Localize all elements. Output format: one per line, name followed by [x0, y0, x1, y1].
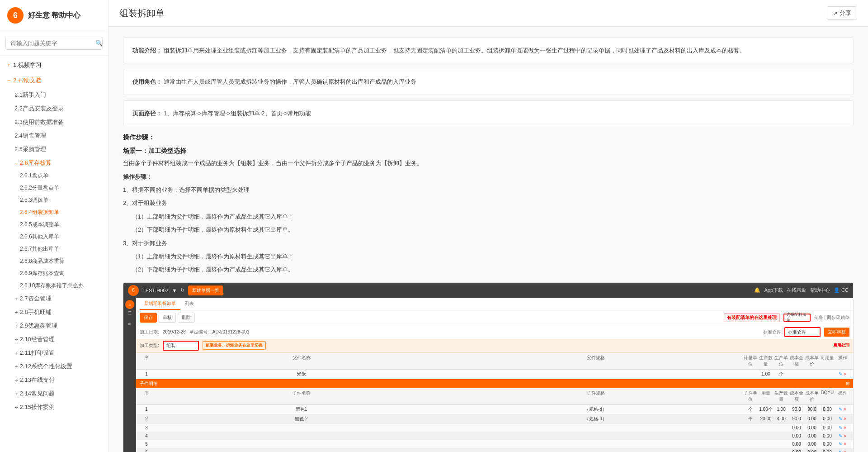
mock-home-icon: ⌂	[125, 300, 134, 309]
mock-tabs: 新增组装拆卸单 列表	[136, 298, 853, 310]
step3-2: （2）下部明细为子件明细，最终作为产成品生成其它入库单。	[123, 264, 854, 275]
mock-del-l3[interactable]: ✕	[843, 425, 847, 430]
mock-lth-unit: 子件单位	[744, 390, 757, 403]
mock-edit-l3[interactable]: ✎	[839, 425, 842, 430]
mock-del-l1[interactable]: ✕	[843, 407, 847, 412]
sidebar-item-2-3[interactable]: 2.3使用前数据准备	[0, 115, 108, 129]
sidebar-item-2-6-3[interactable]: 2.6.3调拨单	[0, 194, 108, 206]
share-button[interactable]: ↗ 分享	[827, 6, 857, 20]
mock-type-input[interactable]: 组装	[163, 341, 199, 351]
mock-edit-l4[interactable]: ✎	[839, 433, 842, 438]
sidebar-item-2-8[interactable]: + 2.8手机旺铺	[0, 305, 108, 319]
sidebar-item-video[interactable]: + 1.视频学习	[0, 57, 108, 73]
search-input[interactable]	[6, 37, 91, 49]
sidebar-item-2-11[interactable]: + 2.11打印设置	[0, 346, 108, 360]
sidebar-item-2-7[interactable]: + 2.7资金管理	[0, 292, 108, 305]
mock-th-pname: 父件名称	[155, 355, 448, 367]
mock-confirm-btn[interactable]: 立即审核	[824, 328, 849, 337]
mock-lower-row-2: 2 黑色 2 （规格-d） 个 20.00 4.00 90.0 0.00 0.0…	[136, 414, 853, 424]
plus-icon-2-8: +	[14, 309, 18, 316]
sidebar-item-2-6-5[interactable]: 2.6.5成本调整单	[0, 219, 108, 231]
mock-lower-row-4: 4 0.00 0.00 0.00 ✎	[136, 432, 853, 440]
sidebar-item-2-6-8[interactable]: 2.6.8商品成本重算	[0, 255, 108, 267]
mock-bell-icon: 🔔	[754, 287, 760, 293]
sidebar-item-2-6-9[interactable]: 2.6.9库存账本查询	[0, 267, 108, 280]
search-button[interactable]: 🔍	[91, 37, 103, 49]
role-block: 使用角色： 通常由生产人员或库管人员完成拆装业务的操作，库管人员确认原材料的出库…	[123, 69, 854, 95]
mock-orange-bar: 子件明细 ⊞	[136, 379, 853, 388]
mock-annotation-type: 组装业务、拆卸业务在这里切换	[203, 341, 266, 350]
mock-lth-costunit: 成本单价	[805, 390, 819, 403]
mock-tab-list[interactable]: 列表	[180, 298, 198, 310]
mock-td-qty-1: 1.00	[759, 371, 773, 376]
mock-edit-l2[interactable]: ✎	[839, 416, 842, 421]
mock-td-actions-1: ✎ ✕	[836, 371, 849, 376]
sidebar-item-2-10[interactable]: + 2.10经营管理	[0, 333, 108, 346]
sidebar-item-2-6[interactable]: − 2.6库存核算	[0, 156, 108, 170]
mock-th-seq: 序	[140, 355, 153, 367]
mock-new-doc-btn[interactable]: 新建单据一览	[188, 285, 223, 295]
sidebar-item-2-4[interactable]: 2.4销售管理	[0, 129, 108, 143]
mock-lower-row-5: 5 0.00 0.00 0.00 ✎	[136, 440, 853, 448]
mock-del-l4[interactable]: ✕	[843, 433, 847, 438]
mock-th-cost: 成本金额	[790, 355, 803, 367]
mock-tab-new[interactable]: 新增组装拆卸单	[140, 298, 180, 310]
sidebar-item-docs[interactable]: − 2.帮助文档	[0, 73, 108, 88]
mock-action-btns: 储备 | 同步采购单	[814, 314, 849, 321]
sidebar-item-2-1[interactable]: 2.1新手入门	[0, 88, 108, 102]
sidebar-item-2-6-10[interactable]: 2.6.10库存账本错了怎么办	[0, 280, 108, 292]
plus-icon-2-15: +	[14, 404, 18, 411]
sidebar-item-2-6-7[interactable]: 2.6.7其他出库单	[0, 243, 108, 255]
logo-text: 好生意 帮助中心	[28, 11, 80, 20]
plus-icon-2-9: +	[14, 323, 18, 329]
sidebar-item-2-12[interactable]: + 2.12系统个性化设置	[0, 360, 108, 373]
mock-table-header-bottom: 序 子件名称 子件规格 子件单位 用量 生产数量 成本金额 成本单价 BQYU …	[136, 388, 853, 405]
mock-delete-icon-1[interactable]: ✕	[843, 371, 847, 376]
mock-lth-seq: 序	[140, 390, 153, 403]
mock-th-punit: 生产单位	[774, 355, 788, 367]
sidebar-item-2-6-4[interactable]: 2.6.4组装拆卸单	[0, 206, 108, 219]
intro-label: 功能介绍：	[132, 47, 162, 54]
mock-wh-input[interactable]: 标准仓库	[784, 327, 821, 337]
sidebar-item-2-6-2[interactable]: 2.6.2分量盘点单	[0, 182, 108, 194]
mock-refresh-icon: ↻	[180, 287, 184, 293]
mock-del-l5[interactable]: ✕	[843, 442, 847, 447]
sidebar-item-2-13[interactable]: + 2.13在线支付	[0, 373, 108, 387]
sidebar-item-2-14[interactable]: + 2.14常见问题	[0, 387, 108, 400]
mock-annotation-enabled: 启用处理	[833, 343, 849, 348]
mock-bom-btn[interactable]: 选择配料清单	[783, 314, 811, 322]
sidebar-item-2-6-1[interactable]: 2.6.1盘点单	[0, 170, 108, 182]
mock-audit-btn[interactable]: 审核	[159, 313, 176, 323]
mock-lower-row-3: 3 0.00 0.00 0.00 ✎	[136, 424, 853, 432]
mock-del-l2[interactable]: ✕	[843, 416, 847, 421]
search-icon: 🔍	[95, 40, 103, 47]
mock-toolbar: 保存 审核 删除 有装配清单的在这里处理 选择配料清单 储备 | 同步采购单	[136, 310, 853, 325]
sidebar-item-2-6-6[interactable]: 2.6.6其他入库单	[0, 231, 108, 243]
mock-edit-l1[interactable]: ✎	[839, 407, 842, 412]
mock-form-row1: 加工日期: 2019-12-26 单据编号: AD-20191226-001 标…	[136, 325, 853, 339]
mock-main: 新增组装拆卸单 列表 保存 审核 删除 有装配清单的在这里处理 选择配料清单 储…	[136, 298, 853, 452]
mock-edit-l6[interactable]: ✎	[839, 450, 842, 452]
role-text: 通常由生产人员或库管人员完成拆装业务的操作，库管人员确认原材料的出库和产成品的入…	[164, 78, 416, 85]
mock-td-pname-1: 米米	[155, 371, 448, 377]
sidebar-item-2-15[interactable]: + 2.15操作案例	[0, 400, 108, 414]
sidebar-item-2-5[interactable]: 2.5采购管理	[0, 143, 108, 156]
mock-save-btn[interactable]: 保存	[140, 313, 157, 323]
step2-1: （1）上部明细为父件明细，最终作为产成品生成其它入库单；	[123, 211, 854, 222]
path-label: 页面路径：	[132, 110, 162, 117]
header: 组装拆卸单 ↗ 分享	[108, 0, 868, 27]
sidebar-item-2-2[interactable]: 2.2产品安装及登录	[0, 102, 108, 115]
mock-upper-table: 序 父件名称 父件规格 计量单位 生产数量 生产单位 成本金额 成本单价 可用量…	[136, 353, 853, 379]
plus-icon-2-13: +	[14, 377, 18, 384]
mock-td-seq-1: 1	[140, 371, 153, 376]
mock-td-punit-1: 个	[774, 371, 788, 377]
mock-edit-l5[interactable]: ✎	[839, 442, 842, 447]
mock-logo: 6	[128, 285, 139, 296]
mock-edit-icon-1[interactable]: ✎	[839, 371, 842, 376]
steps-heading: 操作步骤：	[123, 133, 854, 142]
intro-block: 功能介绍： 组装拆卸单用来处理企业组装或拆卸等加工业务，支持有固定装配清单的产品…	[123, 38, 854, 63]
mock-del-l6[interactable]: ✕	[843, 450, 847, 452]
sidebar-item-2-9[interactable]: + 2.9优惠券管理	[0, 319, 108, 333]
role-label: 使用角色：	[132, 78, 162, 85]
mock-delete-btn[interactable]: 删除	[178, 313, 195, 323]
